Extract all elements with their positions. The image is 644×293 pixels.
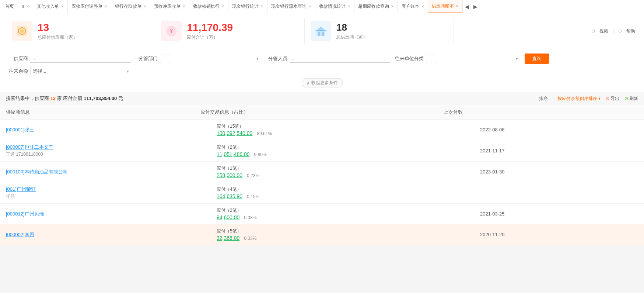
svg-text:¥: ¥: [169, 28, 173, 34]
results-supplier-count: 13: [50, 96, 56, 101]
supplier-link-2[interactable]: [000007]恒旺二手叉车: [6, 144, 217, 151]
results-info: 搜索结果中，供应商 13 家 应付金额 111,703,854.00 元: [6, 95, 123, 102]
nav-tab-other-income[interactable]: 其他收入单 ✕: [33, 0, 68, 13]
nav-tab-home[interactable]: 首页: [1, 0, 18, 13]
sort-selector[interactable]: 按应付余额倒序排序 ▾: [557, 96, 601, 102]
top-right-links: ⊙ 视频 | ⊙ 帮助: [591, 18, 638, 44]
export-button[interactable]: ⊙ 导出: [606, 96, 619, 102]
close-icon[interactable]: ✕: [61, 4, 64, 8]
close-icon[interactable]: ✕: [104, 4, 107, 8]
help-link[interactable]: 帮助: [626, 28, 635, 34]
sort-label: 排序：: [539, 96, 552, 102]
table-row[interactable]: [000007]恒旺二手叉车 王通 17106110000 应付（2笔） 11,…: [0, 140, 644, 162]
nav-tab-bank-deposit[interactable]: 银行存取款单 ✕: [111, 0, 150, 13]
nav-tab-3[interactable]: 3 ✕: [18, 0, 33, 13]
collapse-button[interactable]: ∧ 收起更多条件: [302, 78, 343, 87]
header-lastpay: 上次付数: [444, 109, 589, 116]
table-header: 供应商信息 应付交易信息（占比） 上次付数: [0, 105, 644, 120]
person-input[interactable]: [290, 55, 391, 63]
dept-select-wrapper: [160, 55, 261, 63]
trans-amount-1[interactable]: 100,092,540.00: [217, 130, 252, 136]
category-select[interactable]: [426, 55, 436, 63]
trans-row-1: 100,092,540.00 89.61%: [217, 130, 480, 136]
trans-label-6: 应付（5笔）: [217, 228, 480, 234]
supplier-link-6[interactable]: [000002]李四: [6, 231, 217, 238]
close-icon[interactable]: ✕: [308, 4, 311, 8]
lastpay-cell-5: 2021-03-25: [480, 211, 638, 217]
filter-balance: 往来余额 选择...: [6, 67, 131, 75]
supplier-link-4[interactable]: [001]广州荣轩: [6, 186, 217, 193]
nav-tab-supplier-book[interactable]: 供应商账本 ✕: [428, 0, 463, 13]
transaction-cell-1: 应付（15笔） 100,092,540.00 89.61%: [217, 123, 480, 136]
summary-card-total-suppliers: 18 总供应商（家）: [305, 18, 454, 44]
query-button[interactable]: 查询: [525, 54, 549, 64]
lastpay-cell-2: 2021-11-17: [480, 148, 638, 154]
trans-label-3: 应付（1笔）: [217, 165, 480, 172]
video-link[interactable]: 视频: [599, 28, 608, 34]
nav-tab-receipt-stat[interactable]: 收款情况统计 ✕: [315, 0, 354, 13]
dept-select[interactable]: [160, 55, 170, 63]
lastpay-date-3: 2023-01-30: [480, 169, 505, 175]
svg-rect-7: [322, 32, 324, 36]
nav-tab-receipt-exec[interactable]: 收款核销执行 ✕: [189, 0, 228, 13]
refresh-button[interactable]: ⊙ 刷新: [624, 96, 638, 102]
close-icon[interactable]: ✕: [421, 4, 424, 8]
close-icon[interactable]: ✕: [391, 4, 394, 8]
table-area: 供应商信息 应付交易信息（占比） 上次付数 [000001]张三 应付（15笔）…: [0, 105, 644, 245]
close-icon[interactable]: ✕: [182, 4, 185, 8]
collapse-bar: ∧ 收起更多条件: [6, 78, 638, 87]
table-row[interactable]: [000100]本特勤油品有限公司 应付（1笔） 258,000.00 0.23…: [0, 162, 644, 182]
close-icon[interactable]: ✕: [221, 4, 224, 8]
nav-next-arrow[interactable]: ▶: [471, 0, 480, 13]
nav-tab-cash-bank-flow[interactable]: 现金银行流水查询 ✕: [267, 0, 315, 13]
nav-tab-customer-book[interactable]: 客户账本 ✕: [398, 0, 428, 13]
supplier-icon: [12, 21, 32, 41]
trans-amount-2[interactable]: 11,051,486.00: [217, 151, 250, 157]
circle-icon: ⊙: [591, 28, 595, 34]
supplier-sub-2: 王通 17106110000: [6, 151, 217, 158]
close-icon[interactable]: ✕: [347, 4, 350, 8]
close-icon[interactable]: ✕: [143, 4, 146, 8]
svg-rect-6: [318, 32, 320, 36]
table-container: [000001]张三 应付（15笔） 100,092,540.00 89.61%…: [0, 120, 644, 245]
nav-tab-cash-bank-stat[interactable]: 现金银行统计 ✕: [228, 0, 267, 13]
trans-amount-4[interactable]: 164,635.90: [217, 193, 242, 199]
results-info-suffix: 元: [118, 96, 123, 101]
supplier-count-label: 总应付供应商（家）: [38, 34, 77, 41]
store-icon: [311, 21, 331, 41]
nav-tab-ar-ap-adjust[interactable]: 应收应付调整单 ✕: [68, 0, 111, 13]
table-row[interactable]: [000012]广州贝瑞 应付（2笔） 94,600.00 0.08% 2021…: [0, 204, 644, 224]
table-row[interactable]: [000001]张三 应付（15笔） 100,092,540.00 89.61%…: [0, 120, 644, 140]
nav-tab-overdue-ar[interactable]: 超期应收款查询 ✕: [354, 0, 398, 13]
summary-info-suppliers: 13 总应付供应商（家）: [38, 21, 77, 41]
summary-area: 13 总应付供应商（家） ¥ 11,170.39 应付合计（万）: [0, 13, 644, 49]
balance-filter-label: 往来余额: [6, 68, 28, 75]
supplier-link-1[interactable]: [000001]张三: [6, 127, 217, 133]
supplier-link-5[interactable]: [000012]广州贝瑞: [6, 211, 217, 217]
table-row[interactable]: [000002]李四 应付（5笔） 32,366.00 0.03% 2020-1…: [0, 224, 644, 245]
balance-select[interactable]: 选择...: [30, 67, 54, 75]
amount-number: 11,170.39: [187, 21, 233, 34]
filter-area: 供应商 分管部门 分管人员 往来单位分类 查询: [0, 49, 644, 92]
trans-amount-3[interactable]: 258,000.00: [217, 172, 242, 178]
nav-tab-advance-ar[interactable]: 预收冲应收单 ✕: [150, 0, 189, 13]
supplier-cell-4: [001]广州荣轩 仔仔: [6, 186, 217, 200]
lastpay-cell-1: 2022-08-08: [480, 127, 638, 132]
trans-amount-6[interactable]: 32,366.00: [217, 235, 239, 241]
supplier-link-3[interactable]: [000100]本特勤油品有限公司: [6, 169, 217, 175]
table-row[interactable]: [001]广州荣轩 仔仔 应付（4笔） 164,635.90 0.15%: [0, 182, 644, 204]
trans-row-2: 11,051,486.00 9.89%: [217, 151, 480, 157]
amount-label: 应付合计（万）: [187, 34, 233, 41]
separator: |: [613, 28, 614, 34]
supplier-cell-6: [000002]李四: [6, 231, 217, 238]
trans-amount-5[interactable]: 94,600.00: [217, 214, 239, 220]
close-icon[interactable]: ✕: [260, 4, 263, 8]
summary-card-suppliers: 13 总应付供应商（家）: [6, 18, 155, 44]
header-supplier: 供应商信息: [6, 109, 200, 116]
nav-prev-arrow[interactable]: ◀: [463, 0, 471, 13]
trans-row-6: 32,366.00 0.03%: [217, 235, 480, 241]
supplier-input[interactable]: [30, 55, 131, 63]
transaction-cell-5: 应付（2笔） 94,600.00 0.08%: [217, 207, 480, 220]
close-icon[interactable]: ✕: [456, 4, 459, 8]
close-icon[interactable]: ✕: [26, 4, 29, 8]
